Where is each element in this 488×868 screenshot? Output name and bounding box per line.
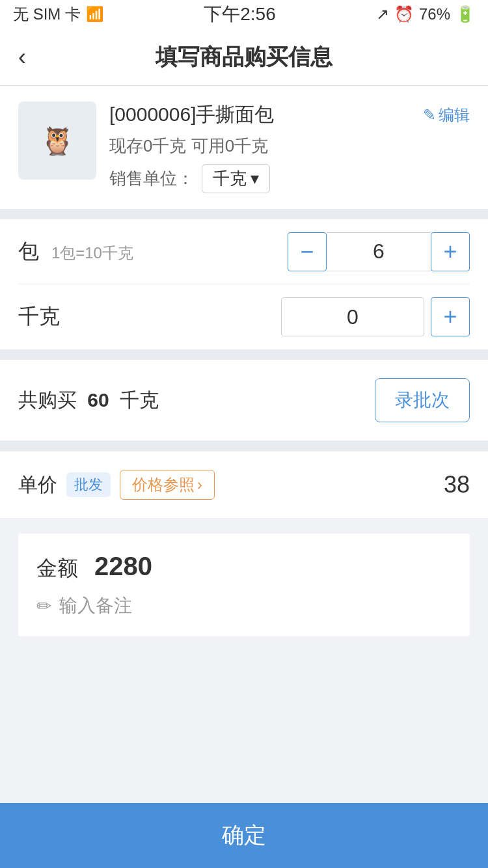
location-icon: ↗: [376, 5, 389, 23]
bao-hint: 1包=10千克: [51, 244, 133, 262]
edit-label[interactable]: 编辑: [439, 105, 470, 126]
price-label-row: 单价 批发 价格参照 ›: [18, 470, 215, 500]
separator-1: [0, 209, 488, 219]
total-amount: 60: [87, 389, 109, 411]
kg-input[interactable]: [281, 297, 424, 336]
price-section: 单价 批发 价格参照 › 38: [0, 451, 488, 518]
edit-icon: ✎: [423, 106, 436, 124]
price-ref-icon: ›: [197, 476, 202, 494]
wifi-icon: 📶: [86, 6, 103, 23]
status-right: ↗ ⏰ 76% 🔋: [376, 5, 475, 23]
carrier-text: 无 SIM 卡: [13, 4, 81, 25]
confirm-button[interactable]: 确定: [0, 803, 488, 868]
bao-input[interactable]: [327, 232, 431, 271]
unit-label: 销售单位：: [109, 167, 194, 190]
product-card: 🦉 [0000006]手撕面包 ✎ 编辑 现存0千克 可用0千克 销售单位： 千…: [0, 86, 488, 209]
amount-section: 金额 2280 ✏ 输入备注: [0, 518, 488, 643]
input-row-bao: 包 1包=10千克 − +: [18, 219, 470, 284]
amount-row: 金额 2280 ✏ 输入备注: [18, 534, 470, 636]
time-display: 下午2:56: [204, 2, 276, 27]
product-name-row: [0000006]手撕面包 ✎ 编辑: [109, 102, 470, 128]
bao-label: 包 1包=10千克: [18, 237, 288, 266]
unit-selector[interactable]: 千克 ▾: [202, 164, 270, 193]
back-button[interactable]: ‹: [18, 44, 26, 71]
amount-value: 2280: [94, 552, 152, 580]
bao-increment-button[interactable]: +: [431, 232, 470, 271]
amount-label: 金额: [36, 556, 78, 580]
product-unit-row: 销售单位： 千克 ▾: [109, 164, 470, 193]
price-ref-button[interactable]: 价格参照 ›: [120, 470, 215, 500]
product-image: 🦉: [18, 102, 96, 180]
product-logo-icon: 🦉: [40, 125, 74, 157]
dropdown-icon: ▾: [251, 169, 259, 189]
remark-row[interactable]: ✏ 输入备注: [36, 593, 452, 618]
status-left: 无 SIM 卡 📶: [13, 4, 103, 25]
bao-stepper: − +: [288, 232, 470, 271]
batch-button[interactable]: 录批次: [375, 378, 470, 422]
product-stock: 现存0千克 可用0千克: [109, 135, 470, 157]
remark-icon: ✏: [36, 595, 51, 617]
total-text: 共购买 60 千克: [18, 387, 159, 414]
amount-label-row: 金额 2280: [36, 552, 452, 583]
input-section: 包 1包=10千克 − + 千克 +: [0, 219, 488, 349]
edit-link[interactable]: ✎ 编辑: [423, 105, 470, 126]
price-ref-label: 价格参照: [132, 474, 195, 495]
remark-placeholder: 输入备注: [59, 593, 132, 618]
unit-value: 千克: [213, 167, 247, 190]
input-row-kg: 千克 +: [18, 284, 470, 349]
batch-badge: 批发: [66, 472, 111, 497]
total-section: 共购买 60 千克 录批次: [0, 360, 488, 441]
page-title: 填写商品购买信息: [156, 42, 332, 72]
status-bar: 无 SIM 卡 📶 下午2:56 ↗ ⏰ 76% 🔋: [0, 0, 488, 29]
battery-text: 76%: [419, 5, 450, 23]
kg-label: 千克: [18, 303, 281, 331]
kg-increment-button[interactable]: +: [431, 297, 470, 336]
price-label: 单价: [18, 472, 57, 498]
separator-2: [0, 349, 488, 360]
nav-bar: ‹ 填写商品购买信息: [0, 29, 488, 86]
bao-decrement-button[interactable]: −: [288, 232, 327, 271]
product-info: [0000006]手撕面包 ✎ 编辑 现存0千克 可用0千克 销售单位： 千克 …: [109, 102, 470, 193]
alarm-icon: ⏰: [394, 5, 414, 23]
kg-input-group: +: [281, 297, 470, 336]
separator-3: [0, 441, 488, 451]
battery-icon: 🔋: [455, 5, 475, 23]
product-name: [0000006]手撕面包: [109, 102, 274, 128]
price-value: 38: [444, 471, 470, 498]
